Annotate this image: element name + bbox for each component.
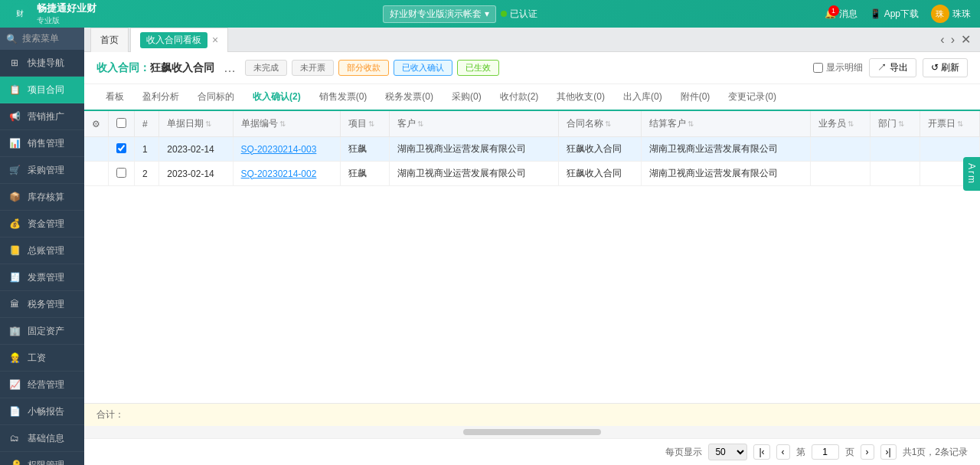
- sub-tab-income-confirm[interactable]: 收入确认(2): [243, 84, 310, 111]
- tab-bar: 首页 收入合同看板 × ‹ › ✕: [84, 28, 980, 52]
- sidebar-item-label: 工资: [28, 352, 46, 365]
- th-code[interactable]: 单据编号⇅: [233, 111, 340, 137]
- export-button[interactable]: ↗ 导出: [869, 58, 916, 77]
- sidebar-item-general[interactable]: 📒 总账管理: [0, 237, 84, 264]
- sub-tab-change-log[interactable]: 变更记录(0): [719, 84, 786, 111]
- sidebar-item-labor[interactable]: 👷 工资: [0, 345, 84, 372]
- status-uninvoiced[interactable]: 未开票: [292, 60, 334, 76]
- right-float-action[interactable]: Arm: [963, 157, 980, 191]
- td-code[interactable]: SQ-20230214-002: [233, 162, 340, 186]
- show-detail-checkbox[interactable]: 显示明细: [813, 61, 863, 74]
- refresh-button[interactable]: ↺ 刷新: [923, 58, 968, 77]
- sort-icon: ⇅: [205, 120, 211, 128]
- status-effective[interactable]: 已生效: [457, 60, 499, 76]
- prev-page-button[interactable]: ‹: [776, 444, 790, 460]
- sub-tab-contract-std[interactable]: 合同标的: [188, 84, 243, 111]
- sidebar-item-ops[interactable]: 📈 经营管理: [0, 372, 84, 398]
- sub-tab-tax-invoice[interactable]: 税务发票(0): [376, 84, 443, 111]
- per-page-select[interactable]: 50 100: [708, 444, 747, 460]
- select-all-checkbox[interactable]: [116, 118, 126, 128]
- username-label: 珠珠: [952, 8, 971, 21]
- sub-tab-purchase[interactable]: 采购(0): [443, 84, 491, 111]
- more-options-button[interactable]: …: [224, 61, 236, 75]
- sub-tab-in-out[interactable]: 出入库(0): [614, 84, 671, 111]
- status-partial[interactable]: 部分收款: [338, 60, 389, 76]
- th-salesperson[interactable]: 业务员⇅: [811, 111, 871, 137]
- status-incomplete[interactable]: 未完成: [245, 60, 287, 76]
- td-checkbox[interactable]: [109, 162, 135, 186]
- sidebar-item-project[interactable]: 📋 项目合同: [0, 77, 84, 103]
- user-avatar[interactable]: 珠 珠珠: [931, 5, 971, 23]
- sidebar-item-funds[interactable]: 💰 资金管理: [0, 211, 84, 237]
- code-link[interactable]: SQ-20230214-002: [241, 169, 317, 179]
- scroll-thumb[interactable]: [463, 429, 601, 435]
- search-menu[interactable]: 🔍 搜索菜单: [0, 28, 84, 50]
- sidebar-item-label: 固定资产: [28, 325, 64, 338]
- td-code[interactable]: SQ-20230214-003: [233, 137, 340, 162]
- sub-tab-sales-invoice[interactable]: 销售发票(0): [310, 84, 377, 111]
- th-settings[interactable]: ⚙: [84, 111, 109, 137]
- table-row[interactable]: 2 2023-02-14 SQ-20230214-002 狂飙 湖南卫视商业运营…: [84, 162, 980, 186]
- sub-tabs: 看板 盈利分析 合同标的 收入确认(2) 销售发票(0) 税务发票(0) 采购(…: [84, 84, 980, 111]
- sidebar-item-quick-nav[interactable]: ⊞ 快捷导航: [0, 50, 84, 77]
- status-confirmed[interactable]: 已收入确认: [394, 60, 452, 76]
- tab-income-contract[interactable]: 收入合同看板 ×: [130, 28, 228, 52]
- app-download-button[interactable]: 📱 App下载: [870, 8, 919, 21]
- th-date[interactable]: 单据日期⇅: [159, 111, 233, 137]
- sort-icon: ⇅: [848, 120, 854, 128]
- sub-tab-other-income[interactable]: 其他收支(0): [547, 84, 614, 111]
- main-layout: 🔍 搜索菜单 ⊞ 快捷导航 📋 项目合同 📢 营销推广 📊 销售管理 🛒 采购管…: [0, 28, 980, 465]
- next-page-button[interactable]: ›: [861, 444, 874, 460]
- last-page-button[interactable]: ›|: [880, 444, 897, 460]
- td-date: 2023-02-14: [159, 162, 233, 186]
- sub-tab-payment[interactable]: 收付款(2): [491, 84, 548, 111]
- sidebar-item-label: 发票管理: [28, 271, 64, 284]
- th-dept[interactable]: 部门⇅: [871, 111, 920, 137]
- company-selector[interactable]: 好业财专业版演示帐套 ▾: [383, 5, 496, 23]
- table-row[interactable]: 1 2023-02-14 SQ-20230214-003 狂飙 湖南卫视商业运营…: [84, 137, 980, 162]
- sort-icon: ⇅: [368, 120, 374, 128]
- row-checkbox[interactable]: [116, 143, 126, 153]
- td-settings[interactable]: [84, 137, 109, 162]
- code-link[interactable]: SQ-20230214-003: [241, 144, 317, 155]
- sidebar-item-fixed[interactable]: 🏢 固定资产: [0, 318, 84, 345]
- sub-tab-profit[interactable]: 盈利分析: [133, 84, 188, 111]
- detail-checkbox[interactable]: [813, 63, 823, 73]
- sidebar-item-label: 营销推广: [28, 110, 64, 123]
- invoice-icon: 🧾: [8, 270, 21, 284]
- sort-icon: ⇅: [605, 120, 611, 128]
- sidebar-item-sales[interactable]: 📊 销售管理: [0, 130, 84, 157]
- sidebar-item-marketing[interactable]: 📢 营销推广: [0, 103, 84, 130]
- td-settle-customer: 湖南卫视商业运营发展有限公司: [642, 137, 811, 162]
- th-settle-customer[interactable]: 结算客户⇅: [642, 111, 811, 137]
- sidebar-item-invoice[interactable]: 🧾 发票管理: [0, 264, 84, 291]
- page-number-input[interactable]: [812, 444, 839, 460]
- tab-home[interactable]: 首页: [90, 28, 129, 52]
- row-checkbox[interactable]: [116, 168, 126, 178]
- sidebar-item-tax[interactable]: 🏛 税务管理: [0, 291, 84, 318]
- sub-tab-kanban[interactable]: 看板: [96, 84, 133, 111]
- th-customer[interactable]: 客户⇅: [389, 111, 558, 137]
- messages-button[interactable]: 🔔 1 消息: [825, 8, 858, 21]
- sub-tab-attachment[interactable]: 附件(0): [671, 84, 720, 111]
- tab-prev-button[interactable]: ‹: [937, 31, 947, 48]
- tab-close-all-button[interactable]: ✕: [958, 31, 974, 48]
- sidebar-item-reports[interactable]: 📄 小畅报告: [0, 398, 84, 425]
- sales-icon: 📊: [8, 136, 21, 150]
- first-page-button[interactable]: |‹: [753, 444, 769, 460]
- contract-title: 收入合同：狂飙收入合同: [96, 61, 214, 75]
- tab-close-button[interactable]: ×: [212, 34, 218, 46]
- tab-next-button[interactable]: ›: [948, 31, 958, 48]
- sidebar-item-purchase[interactable]: 🛒 采购管理: [0, 157, 84, 184]
- th-bill-date[interactable]: 开票日⇅: [920, 111, 979, 137]
- td-settings[interactable]: [84, 162, 109, 186]
- th-contract-name[interactable]: 合同名称⇅: [558, 111, 642, 137]
- labor-icon: 👷: [8, 351, 21, 365]
- td-checkbox[interactable]: [109, 137, 135, 162]
- th-project[interactable]: 项目⇅: [340, 111, 389, 137]
- horizontal-scroll-bar[interactable]: [84, 426, 980, 438]
- ops-icon: 📈: [8, 378, 21, 391]
- sidebar-item-inventory[interactable]: 📦 库存核算: [0, 184, 84, 211]
- sidebar-item-more[interactable]: 🔑 权限管理: [0, 452, 84, 465]
- sidebar-item-base[interactable]: 🗂 基础信息: [0, 425, 84, 452]
